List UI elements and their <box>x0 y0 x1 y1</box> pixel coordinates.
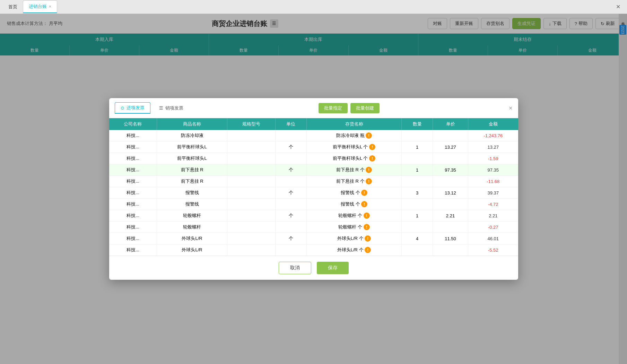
modal-footer: 取消 保存 <box>109 256 518 280</box>
cell-company: 科技... <box>109 130 157 141</box>
tab-close-icon[interactable]: × <box>49 4 51 9</box>
cell-product-name: 外球头L/R <box>157 233 227 244</box>
cell-company: 科技... <box>109 153 157 164</box>
cell-unit <box>276 244 307 256</box>
warn-icon: ! <box>365 247 371 253</box>
save-button[interactable]: 保存 <box>317 262 349 274</box>
cell-amount: -5.52 <box>468 244 518 256</box>
cell-product-name: 报警线 <box>157 199 227 210</box>
cell-unit-price <box>433 199 468 210</box>
invoice-in-icon: ⊙ <box>121 105 124 111</box>
cell-storage-name: 轮毂螺杆 个 ! <box>306 222 402 233</box>
cancel-button[interactable]: 取消 <box>279 262 311 274</box>
table-row[interactable]: 科技... 轮毂螺杆 个 轮毂螺杆 个 ! 1 2.21 2.21 <box>109 210 518 222</box>
cell-storage-name: 防冻冷却液 瓶 ! <box>306 130 402 141</box>
cell-amount: -11.68 <box>468 176 518 187</box>
browser-close-button[interactable]: ✕ <box>612 1 624 13</box>
cell-company: 科技... <box>109 141 157 153</box>
cell-unit <box>276 130 307 141</box>
cell-product-name: 外球头L/R <box>157 244 227 256</box>
th-spec: 规格型号 <box>227 118 275 130</box>
th-quantity: 数量 <box>402 118 433 130</box>
warn-icon: ! <box>364 224 370 230</box>
cell-unit: 个 <box>276 210 307 222</box>
cell-unit: 个 <box>276 164 307 176</box>
cell-company: 科技... <box>109 187 157 199</box>
cell-product-name: 报警线 <box>157 187 227 199</box>
tab-in-invoice[interactable]: ⊙ 进项发票 <box>115 102 150 114</box>
cell-storage-name: 报警线 个 ! <box>306 199 402 210</box>
cell-company: 科技... <box>109 210 157 222</box>
cell-quantity: 1 <box>402 210 433 222</box>
cell-storage-name: 前下悬挂 R 个 ! <box>306 176 402 187</box>
cell-product-name: 轮毂螺杆 <box>157 222 227 233</box>
cell-company: 科技... <box>109 164 157 176</box>
cell-quantity <box>402 176 433 187</box>
cell-spec <box>227 176 275 187</box>
cell-storage-name: 外球头L/R 个 ! <box>306 244 402 256</box>
cell-company: 科技... <box>109 176 157 187</box>
tab-home[interactable]: 首页 <box>3 1 23 13</box>
warn-icon: ! <box>366 178 372 184</box>
cell-spec <box>227 164 275 176</box>
cell-quantity: 4 <box>402 233 433 244</box>
tab-active[interactable]: 进销台账 × <box>23 0 57 13</box>
table-row[interactable]: 科技... 防冻冷却液 防冻冷却液 瓶 ! -1,243.76 <box>109 130 518 141</box>
cell-amount: 39.37 <box>468 187 518 199</box>
table-row[interactable]: 科技... 前下悬挂 R 个 前下悬挂 R 个 ! 1 97.35 97.35 <box>109 164 518 176</box>
table-row[interactable]: 科技... 报警线 个 报警线 个 ! 3 13.12 39.37 <box>109 187 518 199</box>
cell-spec <box>227 130 275 141</box>
cell-storage-name: 前下悬挂 R 个 ! <box>306 164 402 176</box>
cell-quantity <box>402 199 433 210</box>
cell-amount: 13.27 <box>468 141 518 153</box>
cell-spec <box>227 210 275 222</box>
table-row[interactable]: 科技... 外球头L/R 个 外球头L/R 个 ! 4 11.50 46.01 <box>109 233 518 244</box>
warn-icon: ! <box>366 132 372 139</box>
table-row[interactable]: 科技... 外球头L/R 外球头L/R 个 ! -5.52 <box>109 244 518 256</box>
cell-unit-price <box>433 244 468 256</box>
modal-body[interactable]: 公司名称 商品名称 规格型号 单位 存货名称 数量 单价 金额 科技... 防冻… <box>109 118 518 256</box>
table-row[interactable]: 科技... 前平衡杆球头L 个 前平衡杆球头L 个 ! 1 13.27 13.2… <box>109 141 518 153</box>
modal-overlay: ⊙ 进项发票 ☰ 销项发票 批量指定 批量创建 × 公司 <box>0 14 627 364</box>
table-row[interactable]: 科技... 报警线 报警线 个 ! -4.72 <box>109 199 518 210</box>
cell-product-name: 前平衡杆球头L <box>157 153 227 164</box>
cell-amount: -4.72 <box>468 199 518 210</box>
cell-amount: -1.59 <box>468 153 518 164</box>
batch-create-button[interactable]: 批量创建 <box>350 103 380 113</box>
cell-amount: -1,243.76 <box>468 130 518 141</box>
cell-unit-price: 97.35 <box>433 164 468 176</box>
cell-product-name: 轮毂螺杆 <box>157 210 227 222</box>
warn-icon: ! <box>365 235 371 242</box>
modal-dialog: ⊙ 进项发票 ☰ 销项发票 批量指定 批量创建 × 公司 <box>109 98 518 280</box>
cell-unit-price: 13.12 <box>433 187 468 199</box>
table-row[interactable]: 科技... 前下悬挂 R 前下悬挂 R 个 ! -11.68 <box>109 176 518 187</box>
cell-product-name: 前下悬挂 R <box>157 176 227 187</box>
cell-company: 科技... <box>109 222 157 233</box>
tab-out-invoice[interactable]: ☰ 销项发票 <box>153 103 189 114</box>
cell-quantity <box>402 153 433 164</box>
th-unit: 单位 <box>276 118 307 130</box>
cell-unit-price: 2.21 <box>433 210 468 222</box>
table-row[interactable]: 科技... 前平衡杆球头L 前平衡杆球头L 个 ! -1.59 <box>109 153 518 164</box>
th-company: 公司名称 <box>109 118 157 130</box>
invoice-out-icon: ☰ <box>159 105 163 111</box>
cell-spec <box>227 199 275 210</box>
cell-unit <box>276 153 307 164</box>
cell-amount: 97.35 <box>468 164 518 176</box>
warn-icon: ! <box>369 144 375 150</box>
cell-storage-name: 前平衡杆球头L 个 ! <box>306 141 402 153</box>
modal-close-button[interactable]: × <box>509 105 513 111</box>
cell-unit-price: 13.27 <box>433 141 468 153</box>
cell-product-name: 前平衡杆球头L <box>157 141 227 153</box>
modal-header: ⊙ 进项发票 ☰ 销项发票 批量指定 批量创建 × <box>109 98 518 118</box>
table-row[interactable]: 科技... 轮毂螺杆 轮毂螺杆 个 ! -0.27 <box>109 222 518 233</box>
batch-assign-button[interactable]: 批量指定 <box>319 103 348 113</box>
warn-icon: ! <box>361 190 367 196</box>
cell-storage-name: 报警线 个 ! <box>306 187 402 199</box>
table-header-row: 公司名称 商品名称 规格型号 单位 存货名称 数量 单价 金额 <box>109 118 518 130</box>
th-amount: 金额 <box>468 118 518 130</box>
cell-company: 科技... <box>109 244 157 256</box>
warn-icon: ! <box>361 201 367 207</box>
cell-quantity: 1 <box>402 141 433 153</box>
th-product-name: 商品名称 <box>157 118 227 130</box>
